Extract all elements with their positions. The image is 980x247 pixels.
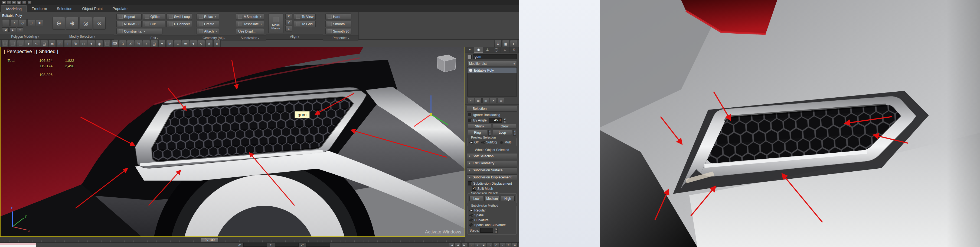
stack-item-editable-poly[interactable]: Editable Poly — [468, 67, 517, 73]
zoom-icon[interactable]: + — [468, 243, 474, 247]
subdivision-method-option[interactable]: Curvature — [469, 218, 515, 222]
object-name-field[interactable]: gum — [473, 54, 517, 59]
use-pivot-point-icon[interactable]: ◉ — [95, 40, 103, 47]
qslice-button[interactable]: QSlice — [143, 14, 165, 20]
select-and-link-icon[interactable] — [2, 40, 9, 47]
ring-button[interactable]: Ring — [468, 130, 487, 135]
go-to-start-icon[interactable]: |◀ — [449, 243, 455, 247]
curve-editor-icon[interactable]: ∿ — [197, 40, 205, 47]
ribbon-tab[interactable]: Freeform — [27, 5, 52, 12]
motion-tab-icon[interactable]: ◯ — [492, 47, 501, 53]
subdivision-displacement-checkbox[interactable] — [468, 181, 472, 186]
selection-filter-dropdown[interactable]: ▾ — [25, 40, 32, 47]
view-cube[interactable] — [437, 55, 456, 72]
loop-button[interactable]: Loop — [493, 130, 512, 135]
grow-icon[interactable]: ⊕ — [66, 17, 78, 30]
maxscript-macro-line[interactable] — [0, 243, 36, 245]
polygon-icon[interactable]: ◻ — [27, 19, 35, 26]
preset-button[interactable]: Medium — [484, 196, 500, 201]
schematic-view-icon[interactable]: # — [205, 40, 213, 47]
make-planar-button[interactable]: Make Planar — [268, 14, 283, 33]
pin-stack-icon[interactable]: ⌖ — [467, 98, 474, 103]
rollout-edit-geometry[interactable]: + Edit Geometry — [467, 160, 517, 166]
orbit-icon[interactable]: ↻ — [506, 243, 511, 247]
preview-selection-option[interactable]: Multi — [500, 140, 511, 144]
visibility-bulb-icon[interactable] — [469, 69, 473, 72]
field-of-view-icon[interactable]: ∠ — [493, 243, 499, 247]
ribbon-tab[interactable]: Populate — [108, 5, 132, 12]
select-and-scale-icon[interactable]: □ — [80, 40, 87, 47]
nurms-button[interactable]: NURMS — [116, 21, 142, 27]
loop-icon[interactable]: ∞ — [93, 17, 106, 30]
bind-to-space-warp-icon[interactable] — [17, 40, 24, 47]
unlink-selection-icon[interactable] — [9, 40, 16, 47]
edit-named-selections-icon[interactable]: ▤ — [151, 40, 158, 47]
maximize-viewport-icon[interactable]: ▦ — [512, 243, 518, 247]
align-icon[interactable]: ≡ — [174, 40, 181, 47]
constraints-dropdown[interactable]: Constraints: — [116, 28, 162, 34]
group-caption-subdivision[interactable]: Subdivision — [234, 35, 266, 41]
msmooth-button[interactable]: MSmooth — [236, 14, 264, 20]
smooth-button[interactable]: Smooth — [325, 21, 352, 27]
cut-button[interactable]: Cut — [143, 21, 165, 27]
graphite-ribbon-toggle-icon[interactable]: ▼ — [190, 40, 197, 47]
ribbon-tab[interactable]: Object Paint — [77, 5, 108, 12]
undo-icon[interactable]: ↶ — [22, 0, 27, 4]
relax-button[interactable]: Relax — [197, 14, 219, 20]
maxscript-mini-listener[interactable] — [0, 243, 36, 247]
editable-poly-label[interactable]: Editable Poly — [2, 14, 22, 18]
snaps-toggle-3-icon[interactable]: 3 — [119, 40, 126, 47]
to-view-button[interactable]: To View — [294, 14, 316, 20]
new-icon[interactable]: □ — [7, 0, 11, 4]
rollout-soft-selection[interactable]: + Soft Selection — [467, 153, 517, 159]
select-and-move-icon[interactable]: + — [64, 40, 72, 47]
repeat-button[interactable]: Repeat — [116, 14, 142, 20]
edge-icon[interactable]: / — [11, 19, 18, 26]
subdivision-method-option[interactable]: Regular — [469, 209, 515, 212]
group-caption-polygon-modeling[interactable]: Polygon Modeling — [0, 34, 50, 39]
angle-snap-icon[interactable]: ∠ — [127, 40, 134, 47]
attach-button[interactable]: Attach — [197, 28, 219, 34]
modify-tab-icon[interactable]: ◉ — [474, 47, 483, 53]
previous-modifier-icon[interactable]: ◀ — [2, 27, 9, 32]
mirror-icon[interactable]: M — [166, 40, 173, 47]
zoom-all-icon[interactable]: ⊞ — [474, 243, 480, 247]
viewport-label[interactable]: [ Perspective ] [ Shaded ] — [4, 49, 58, 55]
group-caption-edit[interactable]: Edit — [114, 35, 194, 41]
create-button[interactable]: Create — [197, 21, 219, 27]
ribbon-tab[interactable]: Selection — [52, 5, 78, 12]
modifier-stack[interactable]: Editable Poly — [467, 67, 517, 96]
window-crossing-icon[interactable]: ⊞ — [56, 40, 64, 47]
shrink-icon[interactable]: ⊖ — [52, 17, 65, 30]
keyboard-override-icon[interactable]: ⌨ — [111, 40, 119, 47]
configure-modifier-sets-icon[interactable]: ▤ — [498, 98, 504, 103]
save-icon[interactable]: ▦ — [17, 0, 21, 4]
preset-button[interactable]: High — [501, 196, 515, 201]
preview-selection-option[interactable]: SubObj — [481, 140, 497, 144]
material-editor-icon[interactable]: ● — [213, 40, 221, 47]
select-and-manipulate-icon[interactable] — [103, 40, 111, 47]
hierarchy-tab-icon[interactable]: ⊥ — [483, 47, 492, 53]
previous-frame-icon[interactable]: ◀ — [455, 243, 461, 247]
group-caption-geometry-all[interactable]: Geometry (All) — [194, 35, 234, 41]
loop-spinner[interactable] — [513, 130, 516, 135]
pan-icon[interactable]: ↔ — [500, 243, 505, 247]
redo-icon[interactable]: ↷ — [27, 0, 32, 4]
layer-manager-icon[interactable]: ≣ — [182, 40, 189, 47]
zoom-extents-icon[interactable]: ▣ — [481, 243, 487, 247]
time-slider-handle[interactable]: 0 / 100 — [201, 238, 218, 242]
ring-spinner[interactable] — [488, 130, 492, 135]
subdivision-method-option[interactable]: Spatial — [469, 213, 515, 217]
to-grid-button[interactable]: To Grid — [294, 21, 316, 27]
rendered-frame-icon[interactable]: ▣ — [502, 40, 509, 47]
utilities-tab-icon[interactable]: ⚙ — [510, 47, 519, 53]
make-unique-icon[interactable]: ▥ — [482, 98, 489, 103]
vertex-icon[interactable]: ∙ — [2, 19, 10, 26]
remove-modifier-icon[interactable]: ✕ — [490, 98, 497, 103]
zoom-region-icon[interactable]: ▭ — [487, 243, 493, 247]
group-caption-properties[interactable]: Properties — [323, 35, 358, 41]
group-caption-modify-selection[interactable]: Modify Selection — [50, 34, 114, 39]
rectangular-selection-icon[interactable]: ▭ — [48, 40, 56, 47]
align-y-button[interactable]: Y — [285, 20, 292, 25]
display-tab-icon[interactable]: □ — [501, 47, 510, 53]
